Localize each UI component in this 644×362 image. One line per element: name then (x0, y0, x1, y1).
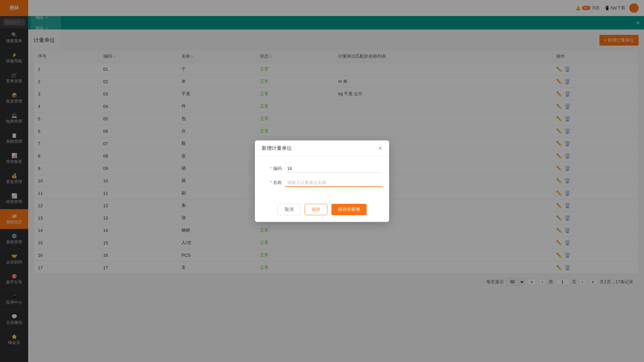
add-unit-modal: 新增计量单位 ✕ 编码 名称 取消 保存 保存并新增 (255, 140, 389, 222)
name-label: 名称 (262, 180, 282, 186)
code-label: 编码 (262, 166, 282, 172)
name-input[interactable] (285, 179, 382, 187)
code-input[interactable] (285, 165, 382, 173)
modal-header: 新增计量单位 ✕ (255, 140, 389, 157)
modal-title: 新增计量单位 (262, 145, 292, 152)
save-button[interactable]: 保存 (305, 204, 327, 215)
modal-close-icon[interactable]: ✕ (378, 145, 382, 152)
modal-footer: 取消 保存 保存并新增 (255, 198, 389, 222)
code-form-row: 编码 (262, 165, 382, 173)
name-form-row: 名称 (262, 179, 382, 187)
cancel-button[interactable]: 取消 (278, 204, 301, 215)
modal-overlay: 新增计量单位 ✕ 编码 名称 取消 保存 保存并新增 (0, 0, 644, 362)
save-and-new-button[interactable]: 保存并新增 (331, 204, 367, 215)
modal-body: 编码 名称 (255, 157, 389, 198)
